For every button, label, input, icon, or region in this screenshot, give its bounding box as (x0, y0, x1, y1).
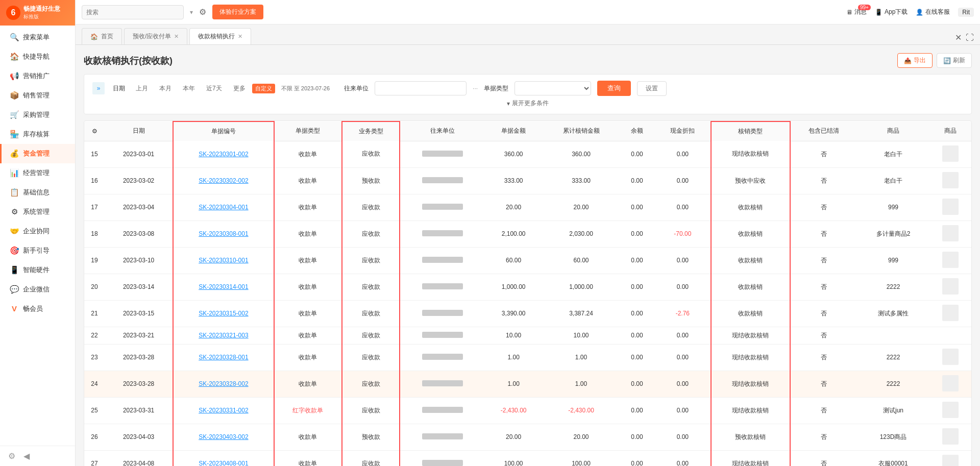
tab-expand-icon[interactable]: ⛶ (966, 33, 974, 42)
sidebar-item-system[interactable]: ⚙ 系统管理 (0, 202, 75, 222)
cell-idx: 24 (84, 371, 105, 397)
date-more[interactable]: 更多 (229, 82, 250, 95)
collapse-icon[interactable]: ◀ (23, 451, 30, 461)
sidebar-item-member[interactable]: V 畅会员 (0, 299, 75, 318)
partner-label: 往来单位 (344, 84, 369, 93)
voucher-no-link[interactable]: SK-20230328-001 (199, 354, 248, 361)
tab-write-off-close[interactable]: ✕ (238, 33, 242, 40)
tab-write-off-label: 收款核销执行 (198, 32, 235, 41)
tab-pre-receivable-label: 预收/应收付单 (133, 32, 171, 41)
solution-button[interactable]: 体验行业方案 (212, 5, 263, 19)
date-7days[interactable]: 近7天 (202, 82, 227, 95)
sidebar: 6 畅捷通好生意 标推版 🔍 搜索菜单 🏠 快捷导航 📢 营销推广 📦 销售管理… (0, 0, 76, 466)
tab-pre-receivable-close[interactable]: ✕ (174, 33, 179, 40)
voucher-no-link[interactable]: SK-20230315-002 (199, 310, 248, 317)
cell-cash-discount: 0.00 (654, 141, 711, 167)
sidebar-item-marketing[interactable]: 📢 营销推广 (0, 66, 75, 86)
more-options-icon[interactable]: ··· (473, 85, 478, 92)
voucher-no-link[interactable]: SK-20230403-002 (199, 433, 248, 440)
voucher-no-link[interactable]: SK-20230310-001 (199, 257, 248, 264)
filter-expand-button[interactable]: » (92, 82, 105, 94)
cell-goods: 测试多属性 (857, 300, 929, 327)
cell-goods (857, 327, 929, 344)
expand-more-button[interactable]: ▾ 展开更多条件 (507, 99, 549, 108)
cell-biz-type: 预收款 (342, 424, 400, 450)
sidebar-item-sales[interactable]: 📦 销售管理 (0, 86, 75, 105)
cell-voucher-type: 收款单 (274, 424, 342, 450)
sidebar-item-basic[interactable]: 📋 基础信息 (0, 183, 75, 202)
table-row: 25 2023-03-31 SK-20230331-002 红字收款单 应收款 … (84, 397, 971, 424)
cell-balance: 0.00 (620, 397, 654, 424)
date-this-year[interactable]: 本年 (178, 82, 200, 95)
cell-write-off-type: 现结收款核销 (711, 327, 790, 344)
partner-input[interactable] (375, 81, 467, 95)
service-icon: 👤 (916, 9, 923, 16)
topbar-chevron-icon[interactable]: ▾ (190, 9, 193, 16)
cell-goods2 (929, 194, 971, 220)
cell-write-off-type: 预收款核销 (711, 424, 790, 450)
cell-idx: 23 (84, 344, 105, 371)
voucher-no-link[interactable]: SK-20230302-002 (199, 177, 248, 184)
voucher-no-link[interactable]: SK-20230408-001 (199, 460, 248, 466)
voucher-no-link[interactable]: SK-20230308-001 (199, 230, 248, 237)
sidebar-item-search[interactable]: 🔍 搜索菜单 (0, 28, 75, 47)
date-prev-month[interactable]: 上月 (131, 82, 153, 95)
cell-write-off-amount: 100.00 (543, 450, 620, 466)
sidebar-item-corp[interactable]: 🤝 企业协同 (0, 222, 75, 241)
voucher-no-link[interactable]: SK-20230328-002 (199, 380, 248, 387)
col-partner: 往来单位 (400, 121, 484, 141)
msg-button[interactable]: 🖥 消息 99+ (846, 8, 867, 16)
setting-button[interactable]: 设置 (637, 81, 667, 96)
cell-balance: 0.00 (620, 424, 654, 450)
cell-idx: 22 (84, 327, 105, 344)
cell-voucher-no: SK-20230304-001 (173, 194, 274, 220)
date-custom-label[interactable]: 自定义 (252, 84, 275, 93)
sidebar-item-hardware[interactable]: 📱 智能硬件 (0, 260, 75, 280)
date-this-month[interactable]: 本月 (155, 82, 176, 95)
query-button[interactable]: 查询 (597, 81, 631, 96)
cell-idx: 20 (84, 274, 105, 300)
settings-icon[interactable]: ⚙ (8, 451, 15, 461)
voucher-no-link[interactable]: SK-20230314-001 (199, 283, 248, 290)
sidebar-item-label: 采购管理 (23, 110, 50, 119)
topbar-right: 🖥 消息 99+ 📱 App下载 👤 在线客服 Rit (846, 8, 974, 17)
voucher-no-link[interactable]: SK-20230321-003 (199, 332, 248, 339)
sidebar-item-label: 智能硬件 (23, 265, 50, 275)
refresh-button[interactable]: 🔄 刷新 (937, 53, 972, 68)
sidebar-item-label: 企业协同 (23, 227, 50, 236)
sidebar-item-operation[interactable]: 📊 经营管理 (0, 163, 75, 183)
cell-goods: 123D商品 (857, 424, 929, 450)
voucher-no-link[interactable]: SK-20230304-001 (199, 204, 248, 211)
voucher-no-link[interactable]: SK-20230301-002 (199, 151, 248, 158)
export-button[interactable]: 📤 导出 (897, 53, 933, 68)
voucher-type-select[interactable] (514, 81, 591, 95)
table-body: 15 2023-03-01 SK-20230301-002 收款单 应收款 36… (84, 141, 971, 466)
topbar-search-input[interactable] (82, 5, 184, 19)
tab-pre-receivable[interactable]: 预收/应收付单 ✕ (124, 28, 187, 44)
sidebar-item-purchase[interactable]: 🛒 采购管理 (0, 105, 75, 125)
tab-home[interactable]: 🏠 首页 (82, 28, 122, 44)
table-row: 18 2023-03-08 SK-20230308-001 收款单 应收款 2,… (84, 220, 971, 247)
voucher-no-link[interactable]: SK-20230331-002 (199, 407, 248, 414)
cell-partner (400, 274, 484, 300)
sidebar-item-quick[interactable]: 🏠 快捷导航 (0, 47, 75, 66)
cell-voucher-type: 收款单 (274, 371, 342, 397)
user-account[interactable]: Rit (958, 8, 974, 17)
cell-cash-discount: -2.76 (654, 300, 711, 327)
tab-write-off[interactable]: 收款核销执行 ✕ (189, 28, 251, 44)
service-button[interactable]: 👤 在线客服 (916, 8, 950, 16)
sidebar-item-inventory[interactable]: 🏪 库存核算 (0, 125, 75, 144)
voucher-type-select-wrap (514, 81, 591, 95)
cell-idx: 16 (84, 167, 105, 194)
cell-voucher-no: SK-20230328-001 (173, 344, 274, 371)
col-voucher-no: 单据编号 (173, 121, 274, 141)
tab-close-all-icon[interactable]: ✕ (955, 33, 962, 42)
topbar-gear-icon[interactable]: ⚙ (199, 7, 206, 17)
service-label: 在线客服 (925, 8, 950, 16)
cell-cash-discount: 0.00 (654, 194, 711, 220)
sidebar-item-guide[interactable]: 🎯 新手引导 (0, 241, 75, 260)
cell-cash-discount: -70.00 (654, 220, 711, 247)
sidebar-item-finance[interactable]: 💰 资金管理 (0, 144, 75, 163)
app-button[interactable]: 📱 App下载 (875, 8, 908, 16)
sidebar-item-wechat[interactable]: 💬 企业微信 (0, 280, 75, 299)
